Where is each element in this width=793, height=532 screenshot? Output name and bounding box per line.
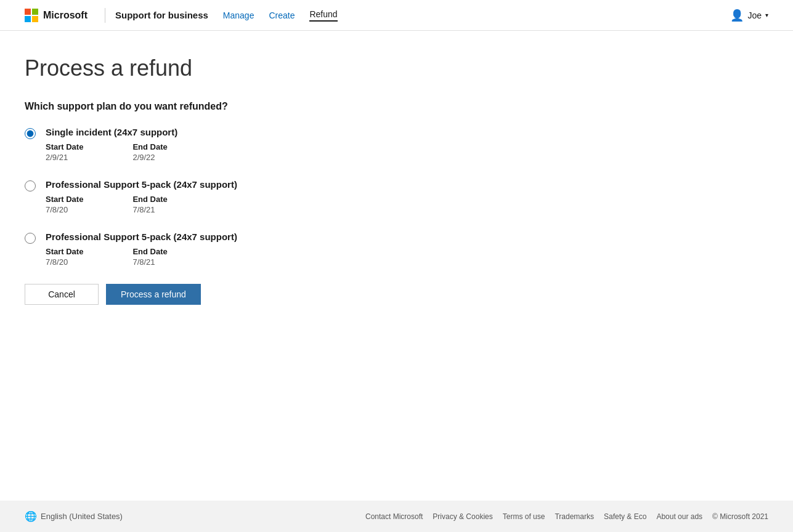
plan-radio-2[interactable] — [25, 180, 36, 191]
end-date-value-2: 7/8/21 — [132, 205, 167, 214]
footer-links: Contact Microsoft Privacy & Cookies Term… — [365, 512, 768, 521]
end-date-label-1: End Date — [132, 142, 167, 151]
user-icon: 👤 — [730, 9, 744, 22]
end-date-label-2: End Date — [132, 195, 167, 204]
start-date-group-2: Start Date 7/8/20 — [46, 195, 83, 214]
start-date-value-2: 7/8/20 — [46, 205, 83, 214]
end-date-group-3: End Date 7/8/21 — [132, 247, 167, 267]
footer-link-contact[interactable]: Contact Microsoft — [365, 512, 423, 521]
footer-lang-text: English (United States) — [41, 512, 123, 521]
plan-name-2[interactable]: Professional Support 5-pack (24x7 suppor… — [46, 179, 237, 190]
footer-link-safety[interactable]: Safety & Eco — [604, 512, 646, 521]
ms-logo: Microsoft — [25, 9, 87, 22]
site-footer: 🌐 English (United States) Contact Micros… — [0, 501, 793, 532]
end-date-group-1: End Date 2/9/22 — [132, 142, 167, 162]
button-row: Cancel Process a refund — [25, 284, 768, 305]
start-date-label-1: Start Date — [46, 142, 83, 151]
site-header: Microsoft Support for business Manage Cr… — [0, 0, 793, 31]
chevron-down-icon: ▾ — [765, 12, 768, 18]
plan-name-3[interactable]: Professional Support 5-pack (24x7 suppor… — [46, 232, 237, 242]
footer-link-privacy[interactable]: Privacy & Cookies — [433, 512, 492, 521]
start-date-value-3: 7/8/20 — [46, 257, 83, 267]
logo-sq-blue — [25, 16, 31, 22]
plan-option-1: Single incident (24x7 support) Start Dat… — [25, 127, 768, 162]
radio-container-1[interactable] — [25, 128, 36, 142]
plan-details-3: Professional Support 5-pack (24x7 suppor… — [46, 232, 237, 267]
plan-details-2: Professional Support 5-pack (24x7 suppor… — [46, 179, 237, 214]
radio-container-2[interactable] — [25, 180, 36, 194]
page-title: Process a refund — [25, 55, 768, 81]
footer-lang: 🌐 English (United States) — [25, 510, 123, 522]
end-date-value-3: 7/8/21 — [132, 257, 167, 267]
logo-sq-red — [25, 9, 31, 15]
header-brand: Support for business — [115, 10, 208, 20]
start-date-value-1: 2/9/21 — [46, 153, 83, 162]
radio-container-3[interactable] — [25, 233, 36, 246]
nav-manage[interactable]: Manage — [223, 10, 254, 20]
footer-link-ads[interactable]: About our ads — [656, 512, 702, 521]
end-date-value-1: 2/9/22 — [132, 153, 167, 162]
user-menu[interactable]: 👤 Joe ▾ — [730, 9, 768, 22]
start-date-label-2: Start Date — [46, 195, 83, 204]
nav-create[interactable]: Create — [269, 10, 295, 20]
plan-dates-1: Start Date 2/9/21 End Date 2/9/22 — [46, 142, 177, 162]
process-refund-button[interactable]: Process a refund — [106, 284, 201, 305]
section-title: Which support plan do you want refunded? — [25, 101, 768, 112]
header-nav: Manage Create Refund — [223, 9, 731, 22]
plan-name-1[interactable]: Single incident (24x7 support) — [46, 127, 177, 137]
plan-radio-3[interactable] — [25, 233, 36, 244]
start-date-group-1: Start Date 2/9/21 — [46, 142, 83, 162]
main-content: Process a refund Which support plan do y… — [0, 31, 793, 501]
end-date-label-3: End Date — [132, 247, 167, 256]
plan-radio-1[interactable] — [25, 128, 36, 139]
globe-icon: 🌐 — [25, 510, 37, 522]
nav-refund[interactable]: Refund — [309, 9, 337, 22]
ms-logo-text: Microsoft — [43, 10, 87, 21]
ms-logo-grid — [25, 9, 38, 22]
footer-copyright: © Microsoft 2021 — [712, 512, 768, 521]
plan-option-3: Professional Support 5-pack (24x7 suppor… — [25, 232, 768, 267]
footer-link-trademarks[interactable]: Trademarks — [555, 512, 594, 521]
plan-option-2: Professional Support 5-pack (24x7 suppor… — [25, 179, 768, 214]
plan-dates-3: Start Date 7/8/20 End Date 7/8/21 — [46, 247, 237, 267]
user-name: Joe — [747, 10, 762, 20]
cancel-button[interactable]: Cancel — [25, 284, 99, 305]
logo-sq-yellow — [32, 16, 38, 22]
footer-link-terms[interactable]: Terms of use — [503, 512, 545, 521]
plan-details-1: Single incident (24x7 support) Start Dat… — [46, 127, 177, 162]
plan-dates-2: Start Date 7/8/20 End Date 7/8/21 — [46, 195, 237, 214]
start-date-group-3: Start Date 7/8/20 — [46, 247, 83, 267]
header-divider — [105, 8, 105, 23]
logo-sq-green — [32, 9, 38, 15]
start-date-label-3: Start Date — [46, 247, 83, 256]
end-date-group-2: End Date 7/8/21 — [132, 195, 167, 214]
